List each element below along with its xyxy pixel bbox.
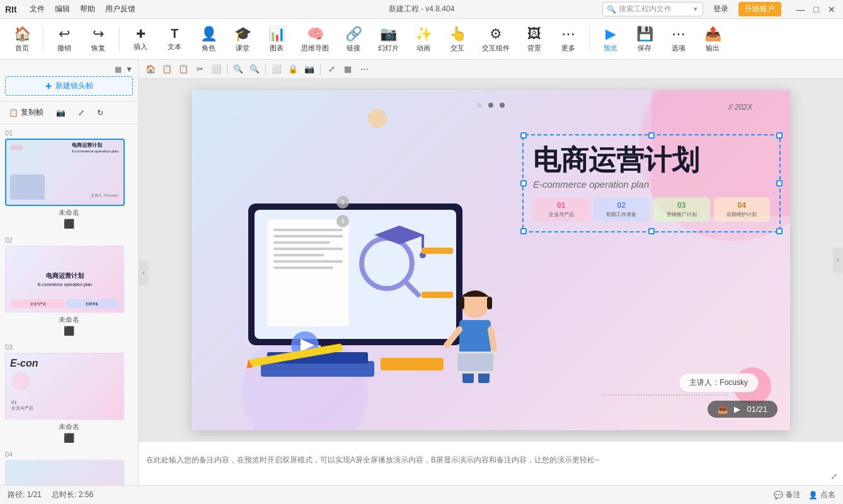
thumb3-circle xyxy=(11,372,30,391)
slide-thumb-4[interactable]: ... xyxy=(5,460,125,485)
menu-edit[interactable]: 编辑 xyxy=(55,4,70,14)
nav-dot-3[interactable] xyxy=(500,103,505,108)
toolbar-redo[interactable]: ↪ 恢复 xyxy=(83,23,114,55)
canvas-cut-btn[interactable]: ✂ xyxy=(193,62,207,76)
nav-dot-1[interactable] xyxy=(477,103,482,108)
menu-feedback[interactable]: 用户反馈 xyxy=(105,4,135,14)
toolbar-classroom[interactable]: 🎓 课堂 xyxy=(227,23,258,55)
thumb2-steps: 企业与产品 初期准备 xyxy=(11,299,118,308)
slide-thumb-1-content: 电商运营计划E-commerce operation plan 主讲人: Foc… xyxy=(6,140,123,205)
toolbar-chart[interactable]: 📊 图表 xyxy=(261,23,292,55)
canvas-fullscreen-btn[interactable]: ⤢ xyxy=(324,62,338,76)
menu-file[interactable]: 文件 xyxy=(30,4,45,14)
slide-item-1[interactable]: 01 电商运营计划E-commerce operation plan 主讲人: … xyxy=(5,129,133,229)
canvas-align-left-btn[interactable]: ⬜ xyxy=(270,62,284,76)
search-box[interactable]: 🔍 搜索工程内文件 ▼ xyxy=(602,2,703,16)
menu-help[interactable]: 帮助 xyxy=(80,4,95,14)
comment-button[interactable]: 💬 备注 xyxy=(774,490,801,500)
toolbar-sep-1 xyxy=(43,26,43,52)
notes-btn[interactable]: 👤 点名 xyxy=(808,490,835,500)
search-placeholder: 搜索工程内文件 xyxy=(619,4,672,14)
handle-tr[interactable] xyxy=(776,132,783,139)
thumb2-step2: 初期准备 xyxy=(66,299,118,308)
export-icon: 📤 xyxy=(704,26,721,42)
copy-frame-button[interactable]: 📋 复制帧 xyxy=(5,105,47,120)
step-4-num: 04 xyxy=(716,201,768,210)
sidebar-grid-icon[interactable]: ▦ xyxy=(115,65,122,74)
canvas-main[interactable]: // 202X xyxy=(139,79,843,441)
search-dropdown-icon[interactable]: ▼ xyxy=(692,6,699,13)
toolbar-save[interactable]: 💾 保存 xyxy=(629,23,660,55)
toolbar-export[interactable]: 📤 输出 xyxy=(697,23,728,55)
slide-item-2[interactable]: 02 电商运营计划E-commerce operation plan 企业与产品… xyxy=(5,236,133,336)
handle-bl[interactable] xyxy=(520,228,527,234)
step-2: 02 初期工作准备 xyxy=(594,197,650,222)
login-button[interactable]: 登录 xyxy=(708,3,733,16)
toolbar-text[interactable]: T 文本 xyxy=(159,24,190,54)
handle-bm[interactable] xyxy=(648,228,655,234)
canvas-zoom-out-btn[interactable]: 🔍 xyxy=(248,62,261,76)
slide-item-4[interactable]: 04 ... xyxy=(5,450,133,485)
slide-thumb-1[interactable]: 电商运营计划E-commerce operation plan 主讲人: Foc… xyxy=(5,139,125,206)
toolbar-background[interactable]: 🖼 背景 xyxy=(519,23,550,55)
handle-tm[interactable] xyxy=(648,132,655,139)
window-title: 新建工程 - v4.8.404 xyxy=(389,4,455,14)
toolbar-home[interactable]: 🏠 首页 xyxy=(6,23,38,55)
zoom-handle-1[interactable]: 2 xyxy=(336,196,349,209)
toolbar-mindmap[interactable]: 🧠 思维导图 xyxy=(295,23,335,55)
new-frame-button[interactable]: ✚ 新建镜头帧 xyxy=(5,76,133,96)
sidebar-dropdown-icon[interactable]: ▼ xyxy=(125,65,133,74)
toolbar-link[interactable]: 🔗 链接 xyxy=(338,23,369,55)
notes-expand-button[interactable]: ⤢ xyxy=(830,471,838,481)
handle-mr[interactable] xyxy=(776,180,783,186)
canvas-frame-btn[interactable]: ⬜ xyxy=(209,62,223,76)
canvas-grid-btn[interactable]: ▦ xyxy=(341,62,355,76)
toolbar-undo[interactable]: ↩ 撤销 xyxy=(49,23,80,55)
notes-area: ⤢ xyxy=(139,441,843,485)
refresh-button[interactable]: ↻ xyxy=(93,106,107,119)
svg-rect-7 xyxy=(273,241,330,244)
svg-rect-23 xyxy=(381,358,444,370)
notes-input[interactable] xyxy=(146,455,835,472)
canvas-home-btn[interactable]: 🏠 xyxy=(144,62,158,76)
statusbar: 路径: 1/21 总时长: 2:56 💬 备注 👤 点名 xyxy=(0,485,843,504)
canvas-zoom-in-btn[interactable]: 🔍 xyxy=(231,62,245,76)
toolbar-insert[interactable]: ✚ 插入 xyxy=(125,25,156,54)
canvas-copy-btn[interactable]: 📋 xyxy=(160,62,174,76)
handle-br[interactable] xyxy=(776,228,783,234)
toolbar-options[interactable]: ⋯ 选项 xyxy=(663,23,694,55)
screenshot-button[interactable]: 📷 xyxy=(52,106,69,119)
slide-num-3: 03 xyxy=(5,343,133,351)
toolbar-character[interactable]: 👤 角色 xyxy=(193,23,224,55)
close-button[interactable]: ✕ xyxy=(825,4,838,14)
handle-ml[interactable] xyxy=(520,180,527,186)
slide-thumb-3[interactable]: E-con 01企业与产品 xyxy=(5,353,125,420)
toolbar-animation[interactable]: ✨ 动画 xyxy=(408,23,439,55)
toolbar-slideshow[interactable]: 📷 幻灯片 xyxy=(372,23,405,55)
toolbar-interact[interactable]: 👆 交互 xyxy=(442,23,473,55)
canvas-screenshot-btn[interactable]: 📷 xyxy=(302,62,316,76)
canvas-right-arrow[interactable]: › xyxy=(833,248,843,273)
canvas-more-btn[interactable]: ⋯ xyxy=(357,62,371,76)
nav-dot-2[interactable] xyxy=(488,103,493,108)
canvas-lock-btn[interactable]: 🔒 xyxy=(286,62,300,76)
upgrade-button[interactable]: 升级账户 xyxy=(738,2,781,16)
toolbar-sep-3 xyxy=(589,26,590,52)
canvas-paste-btn[interactable]: 📋 xyxy=(176,62,190,76)
toolbar-preview[interactable]: ▶ 预览 xyxy=(595,23,626,55)
zoom-handle-2[interactable]: 3 xyxy=(336,215,349,227)
minimize-button[interactable]: — xyxy=(794,4,808,14)
slide-thumb-2[interactable]: 电商运营计划E-commerce operation plan 企业与产品 初期… xyxy=(5,246,125,313)
handle-tl[interactable] xyxy=(520,132,527,139)
toolbar-more[interactable]: ⋯ 更多 xyxy=(553,23,584,55)
thumb3-label: 01企业与产品 xyxy=(11,399,33,411)
sidebar-collapse-button[interactable]: ‹ xyxy=(139,260,149,285)
slide-thumb-4-content: ... xyxy=(6,461,123,485)
maximize-button[interactable]: □ xyxy=(811,4,822,14)
fit-button[interactable]: ⤢ xyxy=(74,106,88,119)
slide-content-right[interactable]: 电商运营计划 E-commerce operation plan 01 企业与产… xyxy=(522,134,781,232)
slide-item-3[interactable]: 03 E-con 01企业与产品 未命名 ⬛ xyxy=(5,343,133,443)
toolbar-interact-component[interactable]: ⚙ 交互组件 xyxy=(476,23,516,55)
slide-canvas[interactable]: // 202X xyxy=(192,90,790,430)
slide-list: 01 电商运营计划E-commerce operation plan 主讲人: … xyxy=(0,124,138,485)
